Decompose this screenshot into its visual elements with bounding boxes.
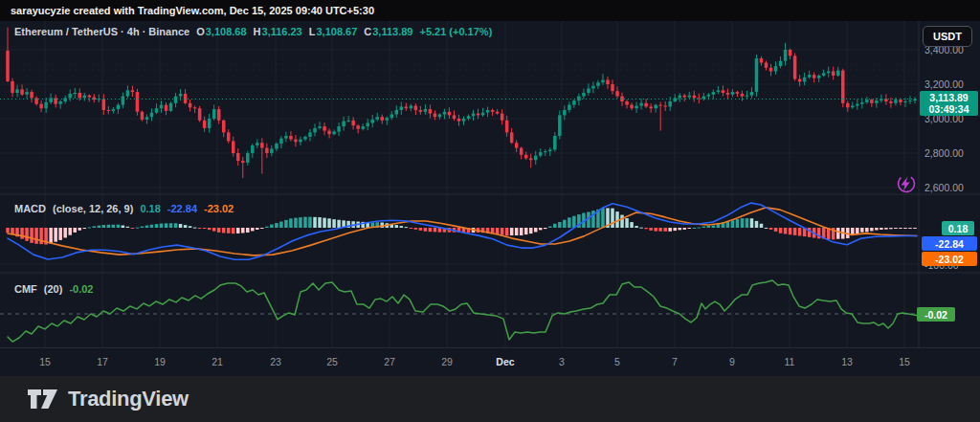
chart-canvas[interactable] [0,21,980,347]
macd-hist-value: 0.18 [140,203,160,214]
low-value: L3,108.67 [309,26,358,37]
time-axis-label: 5 [614,356,620,367]
time-axis-label: 27 [384,356,395,367]
price-axis-label: 2,600.00 [924,182,964,193]
attribution-text: sarayucyzie created with TradingView.com… [11,5,374,16]
time-axis-label: 15 [39,356,51,367]
last-price: 3,113.89 [929,92,968,103]
time-axis-label: 13 [841,356,853,367]
time-axis-label: 3 [559,356,565,367]
time-axis-label: 23 [270,356,281,367]
tradingview-logo-icon[interactable] [27,387,59,411]
bar-countdown: 03:49:34 [928,103,969,115]
symbol-title: Ethereum / TetherUS · 4h · Binance [14,26,189,37]
macd-line-value: -22.84 [167,203,197,214]
cmf-value: -0.02 [69,283,93,295]
macd-params: (close, 12, 26, 9) [53,203,133,214]
time-axis-label: 21 [212,356,223,367]
high-value: H3,116.23 [254,26,302,37]
time-axis-label: 15 [899,356,910,367]
currency-toggle-button[interactable]: USDT [923,26,972,47]
attribution-bar: sarayucyzie created with TradingView.com… [0,0,980,21]
time-axis-label: 29 [441,356,453,367]
time-axis-label: 25 [326,356,338,367]
open-value: O3,108.68 [196,26,246,37]
symbol-legend[interactable]: Ethereum / TetherUS · 4h · Binance O3,10… [14,26,492,37]
change-value: +5.21 (+0.17%) [419,26,492,37]
close-value: C3,113.89 [364,26,412,37]
macd-signal-value: -23.02 [204,203,234,214]
macd-signal-badge: -23.02 [922,252,977,266]
brand-name[interactable]: TradingView [68,387,189,411]
cmf-title: CMF [14,283,37,295]
cmf-params: (20) [44,283,63,295]
last-price-badge: 3,113.89 03:49:34 [920,91,978,116]
time-axis[interactable]: 1517192123252729Dec3579111315 [0,347,980,377]
tradingview-chart-screenshot: sarayucyzie created with TradingView.com… [0,0,980,422]
cmf-badge: -0.02 [917,307,955,322]
footer-bar: TradingView [0,376,980,422]
macd-line-badge: -22.84 [922,236,977,251]
macd-hist-badge: 0.18 [942,221,974,235]
time-axis-label: Dec [496,356,514,367]
price-axis-label: 2,800.00 [924,147,964,159]
time-axis-label: 11 [785,356,795,367]
time-axis-label: 19 [154,356,166,367]
price-axis-label: 3,200.00 [924,78,964,90]
cmf-legend[interactable]: CMF (20) -0.02 [14,283,93,295]
macd-title: MACD [14,203,46,214]
macd-legend[interactable]: MACD (close, 12, 26, 9) 0.18 -22.84 -23.… [14,203,234,214]
time-axis-label: 17 [97,356,108,367]
time-axis-label: 7 [672,356,678,367]
time-axis-label: 9 [729,356,735,367]
